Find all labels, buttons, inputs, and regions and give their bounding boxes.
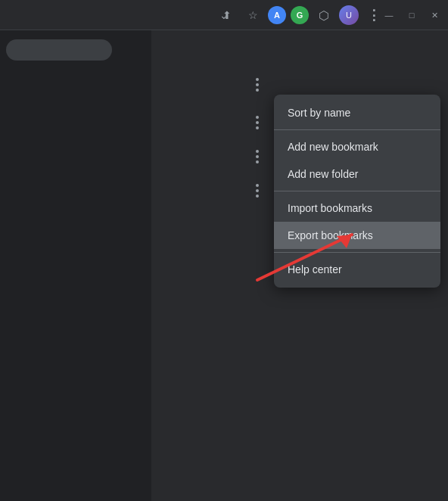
bookmark-star-button[interactable]: ☆ <box>242 5 263 26</box>
share-button[interactable]: ⬆ <box>216 5 238 26</box>
sidebar <box>0 30 151 501</box>
annotation-arrow <box>212 197 401 295</box>
main-content: Sort by name Add new bookmark Add new fo… <box>0 30 448 501</box>
extension-g-icon[interactable]: G <box>291 6 309 24</box>
sidebar-item[interactable] <box>6 39 112 61</box>
window-controls: — □ ✕ <box>378 0 448 30</box>
menu-item-add-folder[interactable]: Add new folder <box>274 160 440 188</box>
item-menu-button-2[interactable] <box>248 114 266 132</box>
item-menu-button-1[interactable] <box>248 76 266 94</box>
share-icon: ⬆ <box>222 9 232 21</box>
minimize-button[interactable]: — <box>378 5 400 26</box>
item-menu-button-3[interactable] <box>248 148 266 166</box>
menu-item-add-bookmark[interactable]: Add new bookmark <box>274 133 440 160</box>
menu-separator-1 <box>274 129 440 130</box>
avatar[interactable]: U <box>339 5 359 25</box>
menu-item-sort-by-name[interactable]: Sort by name <box>274 99 440 126</box>
extensions-button[interactable]: ⬡ <box>313 5 334 26</box>
close-button[interactable]: ✕ <box>424 5 445 26</box>
svg-line-0 <box>257 235 352 280</box>
star-icon: ☆ <box>248 9 258 21</box>
menu-separator-2 <box>274 191 440 191</box>
content-area: Sort by name Add new bookmark Add new fo… <box>151 30 448 501</box>
puzzle-icon: ⬡ <box>319 8 329 23</box>
extension-a-icon[interactable]: A <box>268 6 286 24</box>
maximize-button[interactable]: □ <box>401 5 422 26</box>
browser-top-bar: ⌄ ⬆ ☆ A G ⬡ U ⋮ — □ ✕ <box>0 0 448 30</box>
toolbar-icons: ⬆ ☆ A G ⬡ U ⋮ <box>216 0 387 30</box>
